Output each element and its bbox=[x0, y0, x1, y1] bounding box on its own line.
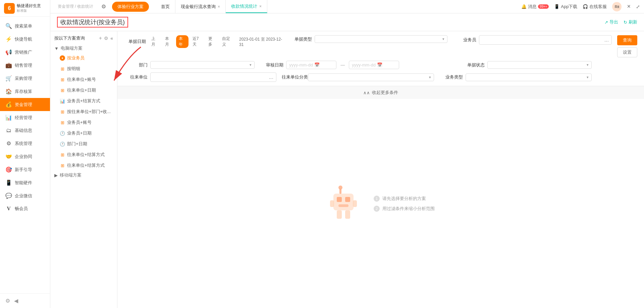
sidebar-item-wechat[interactable]: 💬 企业微信 bbox=[0, 189, 50, 202]
scheme-collapse-icon[interactable]: « bbox=[110, 36, 113, 41]
service-item[interactable]: 🎧 在线客服 bbox=[583, 4, 607, 10]
partner-category-chevron: ▾ bbox=[429, 75, 431, 80]
date-filter-label: 单据日期 bbox=[124, 39, 146, 45]
refresh-button[interactable]: ↻ 刷新 bbox=[624, 19, 637, 25]
tab-receipt[interactable]: 收款情况统计 × bbox=[226, 0, 267, 13]
breadcrumb-area: 资金管理 / 收款统计 bbox=[54, 4, 97, 9]
scheme-item-partner-date[interactable]: ⊞ 往来单位+日期 bbox=[50, 85, 117, 96]
pc-group-title[interactable]: ▼ 电脑端方案 bbox=[50, 44, 117, 53]
refresh-icon: ↻ bbox=[624, 20, 627, 25]
scheme-item-by-detail[interactable]: ⊞ 按明细 bbox=[50, 63, 117, 74]
sidebar-item-label: 营销推广 bbox=[15, 49, 32, 55]
scheme-item-partner-dept[interactable]: ⊞ 按往来单位+部门+收... bbox=[50, 106, 117, 117]
scheme-panel: 按以下方案查询 + ⚙ « ▼ 电脑端方案 ● 按业务员 ⊞ 按明细 ⊞ bbox=[50, 31, 117, 308]
sidebar-item-quicknav[interactable]: ⚡ 快捷导航 bbox=[0, 33, 50, 46]
sidebar-item-sales[interactable]: 💼 销售管理 bbox=[0, 59, 50, 72]
notification-item[interactable]: 🔔 消息 99++ bbox=[521, 4, 549, 10]
scheme-item-dept-date[interactable]: 🕐 部门+日期 bbox=[50, 139, 117, 149]
sidebar-item-vip[interactable]: V 畅会员 bbox=[0, 202, 50, 215]
nav-list: 🔍 搜索菜单 ⚡ 快捷导航 📢 营销推广 💼 销售管理 🛒 采购管理 🏠 库存核… bbox=[0, 17, 50, 293]
partner-dots[interactable]: ... bbox=[269, 74, 273, 80]
sidebar-item-operation[interactable]: 📊 经营管理 bbox=[0, 111, 50, 124]
notification-icon: 🔔 bbox=[521, 4, 527, 9]
scheme-item-staff-date[interactable]: 🕐 业务员+日期 bbox=[50, 128, 117, 139]
scheme-item-by-staff[interactable]: ● 按业务员 bbox=[50, 53, 117, 63]
sidebar: 6 畅捷通好生意 标准版 🔍 搜索菜单 ⚡ 快捷导航 📢 营销推广 💼 销售管理… bbox=[0, 0, 50, 308]
review-date-to[interactable]: yyyy-mm-dd 📅 bbox=[349, 61, 399, 69]
sidebar-item-marketing[interactable]: 📢 营销推广 bbox=[0, 46, 50, 59]
page-title-area: 收款情况统计(按业务员) bbox=[57, 17, 128, 28]
date-tabs: 上月 本月 本年 近7天 更多 自定义 bbox=[149, 35, 235, 48]
scheme-header-actions: + ⚙ « bbox=[99, 35, 113, 41]
doc-status-select[interactable]: ▾ bbox=[487, 61, 592, 69]
export-button[interactable]: ↗ 导出 bbox=[604, 19, 618, 25]
sidebar-item-basic[interactable]: 🗂 基础信息 bbox=[0, 124, 50, 137]
sidebar-item-guide[interactable]: 🎯 新手引导 bbox=[0, 163, 50, 176]
collapse-bar[interactable]: ∧∧ 收起更多条件 bbox=[117, 86, 644, 99]
review-date-label: 审核日期 bbox=[260, 62, 283, 68]
sidebar-item-finance[interactable]: 💰 资金管理 bbox=[0, 98, 50, 111]
partner-select[interactable]: ... bbox=[150, 72, 276, 82]
mobile-group-arrow: ▶ bbox=[54, 173, 58, 178]
staff-dots[interactable]: ... bbox=[604, 37, 609, 43]
sidebar-item-purchase[interactable]: 🛒 采购管理 bbox=[0, 72, 50, 85]
tab-settings-icon[interactable]: ⚙ bbox=[101, 3, 106, 10]
scheme-item-partner-account[interactable]: ⊞ 往来单位+账号 bbox=[50, 74, 117, 85]
sidebar-item-enterprise[interactable]: 🤝 企业协同 bbox=[0, 150, 50, 163]
scheme-add-icon[interactable]: + bbox=[99, 35, 102, 41]
window-expand-icon[interactable]: ⤢ bbox=[636, 4, 640, 9]
user-avatar-item[interactable]: Rit bbox=[612, 2, 622, 11]
scheme-item-partner-calc[interactable]: ⊞ 往来单位+结算方式 bbox=[50, 149, 117, 160]
partner-category-select[interactable]: ▾ bbox=[308, 73, 434, 81]
sidebar-item-inventory[interactable]: 🏠 库存核算 bbox=[0, 85, 50, 98]
svg-rect-2 bbox=[345, 197, 350, 202]
content-area: 按以下方案查询 + ⚙ « ▼ 电脑端方案 ● 按业务员 ⊞ 按明细 ⊞ bbox=[50, 31, 644, 308]
sidebar-item-label: 智能硬件 bbox=[15, 180, 32, 186]
mobile-group-label: 移动端方案 bbox=[60, 172, 82, 178]
sidebar-item-search[interactable]: 🔍 搜索菜单 bbox=[0, 19, 50, 33]
date-tab-this-year[interactable]: 本年 bbox=[176, 35, 189, 48]
scheme-settings-icon[interactable]: ⚙ bbox=[104, 36, 108, 41]
scheme-header-label: 按以下方案查询 bbox=[54, 35, 85, 41]
experience-button[interactable]: 体验行业方案 bbox=[112, 2, 149, 12]
scheme-item-partner-calc2[interactable]: ⊞ 往来单位+结算方式 bbox=[50, 160, 117, 171]
sales-icon: 💼 bbox=[5, 62, 12, 68]
window-close-icon[interactable]: × bbox=[627, 3, 631, 10]
date-tab-last-month[interactable]: 上月 bbox=[149, 35, 161, 48]
date-tab-custom[interactable]: 自定义 bbox=[219, 35, 235, 48]
sidebar-item-system[interactable]: ⚙ 系统管理 bbox=[0, 137, 50, 150]
mobile-group-title[interactable]: ▶ 移动端方案 bbox=[50, 171, 117, 179]
tab-bar: 首页 现金银行流水查询 × 收款情况统计 × bbox=[156, 0, 521, 13]
tab-home[interactable]: 首页 bbox=[156, 0, 175, 13]
filter-settings-button[interactable]: 设置 bbox=[617, 47, 637, 57]
quicknav-icon: ⚡ bbox=[5, 36, 12, 42]
staff-account-icon: ⊞ bbox=[60, 120, 65, 125]
step1-num: 1 bbox=[374, 196, 380, 202]
empty-text: 1 请先选择要分析的方案 2 用过滤条件来缩小分析范围 bbox=[374, 196, 435, 212]
review-date-from[interactable]: yyyy-mm-dd 📅 bbox=[286, 61, 336, 69]
download-item[interactable]: 📱 App下载 bbox=[554, 4, 577, 10]
collapse-sidebar-icon[interactable]: ◀ bbox=[14, 298, 18, 304]
tab-bank-close[interactable]: × bbox=[218, 4, 220, 9]
settings-bottom-icon[interactable]: ⚙ bbox=[5, 298, 10, 304]
date-tab-7days[interactable]: 近7天 bbox=[190, 35, 204, 48]
business-type-select[interactable]: ▾ bbox=[466, 73, 592, 81]
dept-select[interactable]: ▾ bbox=[150, 61, 255, 69]
doc-status-chevron: ▾ bbox=[587, 63, 589, 67]
sidebar-item-smart[interactable]: 📱 智能硬件 bbox=[0, 176, 50, 189]
scheme-item-staff-account[interactable]: ⊞ 业务员+账号 bbox=[50, 117, 117, 128]
vip-icon: V bbox=[5, 206, 12, 212]
tab-bank[interactable]: 现金银行流水查询 × bbox=[175, 0, 226, 13]
date-tab-this-month[interactable]: 本月 bbox=[162, 35, 175, 48]
sidebar-item-label: 库存核算 bbox=[15, 89, 32, 95]
dept-date-icon: 🕐 bbox=[60, 141, 65, 147]
guide-icon: 🎯 bbox=[5, 166, 12, 173]
scheme-item-staff-calc[interactable]: 📊 业务员+结算方式 bbox=[50, 96, 117, 106]
staff-select[interactable]: ... bbox=[479, 35, 612, 45]
pc-group-label: 电脑端方案 bbox=[61, 45, 83, 51]
query-button[interactable]: 查询 bbox=[617, 35, 637, 45]
date-tab-more[interactable]: 更多 bbox=[206, 35, 218, 48]
tab-receipt-close[interactable]: × bbox=[259, 4, 262, 9]
sidebar-item-label: 新手引导 bbox=[15, 167, 32, 173]
doc-type-select[interactable]: ▾ bbox=[315, 35, 447, 43]
